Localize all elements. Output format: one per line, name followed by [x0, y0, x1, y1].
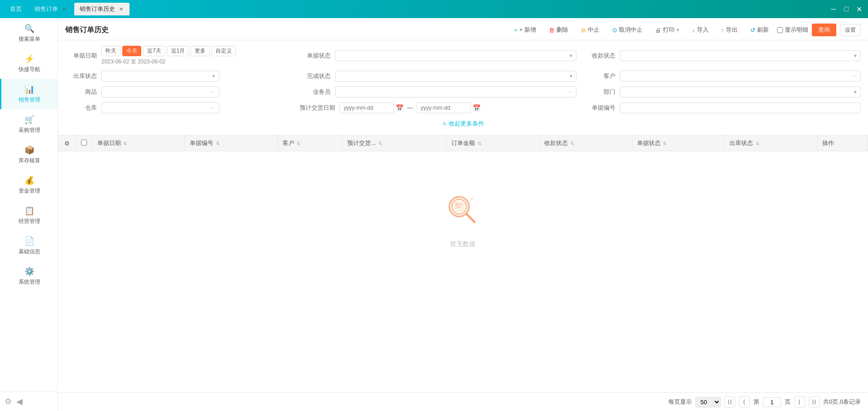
sidebar-system-mgmt-label: 系统管理 [19, 278, 40, 286]
sidebar-item-fund-mgmt[interactable]: 💰 资金管理 [0, 170, 58, 200]
col-stock-out-status-label: 出库状态 [729, 140, 753, 146]
select-all-checkbox[interactable] [81, 140, 87, 145]
date-btn-1month[interactable]: 近1月 [167, 46, 189, 56]
payment-status-chevron: ▾ [854, 53, 857, 59]
department-chevron: ▾ [854, 89, 857, 95]
sidebar-item-purchase-mgmt[interactable]: 🛒 采购管理 [0, 109, 58, 140]
customer-select[interactable]: ··· [620, 70, 861, 82]
sidebar-settings-icon[interactable]: ⚙ [5, 396, 12, 406]
payment-status-select[interactable]: ▾ [620, 50, 861, 61]
product-label: 商品 [65, 88, 101, 96]
expected-delivery-label: 预计交货日期 [299, 104, 340, 112]
new-icon: + [514, 27, 518, 34]
col-expected-delivery: 预计交货... ⇅ [343, 135, 447, 151]
filter-payment-status-group: 收款状态 ▾ [584, 50, 861, 61]
close-button[interactable]: ✕ [854, 5, 863, 14]
table-checkbox-col[interactable] [76, 135, 92, 151]
sidebar-item-system-mgmt[interactable]: ⚙️ 系统管理 [0, 261, 58, 291]
sidebar-collapse-icon[interactable]: ◀ [16, 396, 23, 406]
settings-button[interactable]: 设置 [840, 24, 861, 36]
tab-sales-order-history-label: 销售订单历史 [80, 5, 115, 13]
empty-state-text: 暂无数据 [450, 240, 475, 248]
filter-stock-out-group: 出库状态 ▾ [65, 71, 292, 82]
date-btn-today[interactable]: 今天 [122, 46, 141, 56]
col-date-sort[interactable]: ⇅ [123, 141, 127, 146]
col-order-amount-sort[interactable]: ⇅ [478, 141, 481, 146]
product-dots: ··· [210, 88, 215, 95]
complete-status-select[interactable]: ▾ [335, 71, 576, 82]
sidebar-item-operation-mgmt[interactable]: 📋 经营管理 [0, 200, 58, 231]
sidebar-item-sales-mgmt[interactable]: 📊 销售管理 [0, 79, 58, 109]
date-btn-yesterday[interactable]: 昨天 [101, 46, 120, 56]
page-header: 销售订单历史 + + 新增 🗑 删除 ⊘ 中止 ⊙ 取消中止 [58, 18, 868, 40]
export-button[interactable]: ↑ 导出 [717, 24, 743, 36]
maximize-button[interactable]: □ [842, 5, 851, 14]
col-payment-status-sort[interactable]: ⇅ [571, 141, 574, 146]
date-btn-custom[interactable]: 自定义 [211, 46, 236, 56]
last-page-button[interactable]: ⟩⟩ [809, 396, 820, 407]
department-select[interactable]: ▾ [620, 87, 861, 97]
page-number-input[interactable] [763, 397, 781, 407]
col-stock-out-status-sort[interactable]: ⇅ [756, 141, 759, 146]
tab-sales-order-close[interactable]: ✕ [61, 6, 67, 12]
calendar-to-icon[interactable]: 📅 [473, 104, 480, 111]
page-size-select[interactable]: 20 50 100 [695, 397, 721, 407]
warehouse-label: 仓库 [65, 104, 101, 112]
table-settings-icon[interactable]: ⚙ [64, 140, 70, 147]
customer-label: 客户 [584, 72, 620, 80]
sidebar-item-inventory-calc[interactable]: 📦 库存核算 [0, 140, 58, 170]
stop-button[interactable]: ⊘ 中止 [576, 24, 604, 36]
col-order-status-sort[interactable]: ⇅ [663, 141, 667, 146]
display-detail-checkbox[interactable] [777, 27, 783, 33]
order-status-select[interactable]: ▾ [335, 50, 576, 61]
first-page-button[interactable]: ⟨⟨ [724, 396, 735, 407]
sidebar-item-search-menu[interactable]: 🔍 搜索菜单 [0, 18, 58, 48]
date-btn-more[interactable]: 更多 [191, 46, 210, 56]
salesman-select[interactable]: ··· [335, 86, 576, 97]
col-payment-status: 收款状态 ⇅ [539, 135, 632, 151]
page-title: 销售订单历史 [65, 25, 109, 35]
order-number-input[interactable] [620, 102, 861, 113]
filter-complete-status-group: 完成状态 ▾ [299, 71, 576, 82]
next-page-button[interactable]: ⟩ [794, 396, 805, 407]
new-button[interactable]: + + 新增 [509, 24, 541, 36]
svg-point-10 [474, 196, 475, 197]
cancel-stop-label: 取消中止 [619, 26, 643, 34]
col-number-sort[interactable]: ⇅ [216, 141, 220, 146]
salesman-label: 业务员 [299, 88, 335, 96]
refresh-button[interactable]: ↺ 刷新 [746, 24, 773, 36]
import-button[interactable]: ↓ 导入 [687, 24, 713, 36]
table-settings-col[interactable]: ⚙ [58, 135, 76, 151]
new-label: + 新增 [519, 26, 536, 34]
prev-page-button[interactable]: ⟨ [739, 396, 750, 407]
tab-sales-order[interactable]: 销售订单 ✕ [29, 3, 72, 15]
sidebar-operation-mgmt-label: 经营管理 [19, 218, 40, 225]
tab-home[interactable]: 首页 [5, 3, 27, 15]
warehouse-select[interactable]: ··· [101, 102, 219, 113]
stock-out-select[interactable]: ▾ [101, 71, 219, 82]
col-customer-sort[interactable]: ⇅ [297, 141, 300, 146]
product-select[interactable]: ··· [101, 86, 219, 97]
tab-sales-order-history[interactable]: 销售订单历史 ✕ [74, 3, 129, 15]
minimize-button[interactable]: ─ [829, 5, 838, 14]
cancel-stop-button[interactable]: ⊙ 取消中止 [608, 24, 647, 36]
col-expected-delivery-sort[interactable]: ⇅ [379, 141, 382, 146]
print-button[interactable]: 🖨 打印 ▾ [651, 24, 684, 36]
sidebar-bottom: ⚙ ◀ [0, 392, 58, 411]
query-button[interactable]: 查询 [812, 24, 836, 36]
delivery-date-to[interactable] [417, 102, 471, 113]
delete-button[interactable]: 🗑 删除 [544, 24, 573, 36]
col-number-label: 单据编号 [190, 140, 213, 146]
stock-out-label: 出库状态 [65, 72, 101, 80]
sidebar-quick-nav-label: 快捷导航 [19, 66, 40, 73]
calendar-from-icon[interactable]: 📅 [396, 104, 403, 111]
sidebar-item-quick-nav[interactable]: ⚡ 快捷导航 [0, 48, 58, 79]
delivery-date-from[interactable] [340, 102, 394, 113]
collapse-filters-button[interactable]: ∧ 收起更多条件 [65, 118, 861, 130]
sidebar-item-basic-info[interactable]: 📄 基础信息 [0, 231, 58, 261]
filter-warehouse-group: 仓库 ··· [65, 102, 292, 113]
tab-sales-order-history-close[interactable]: ✕ [118, 6, 124, 12]
display-detail-toggle[interactable]: 显示明细 [777, 26, 808, 34]
date-btn-7days[interactable]: 近7天 [143, 46, 165, 56]
search-menu-icon: 🔍 [24, 24, 34, 34]
